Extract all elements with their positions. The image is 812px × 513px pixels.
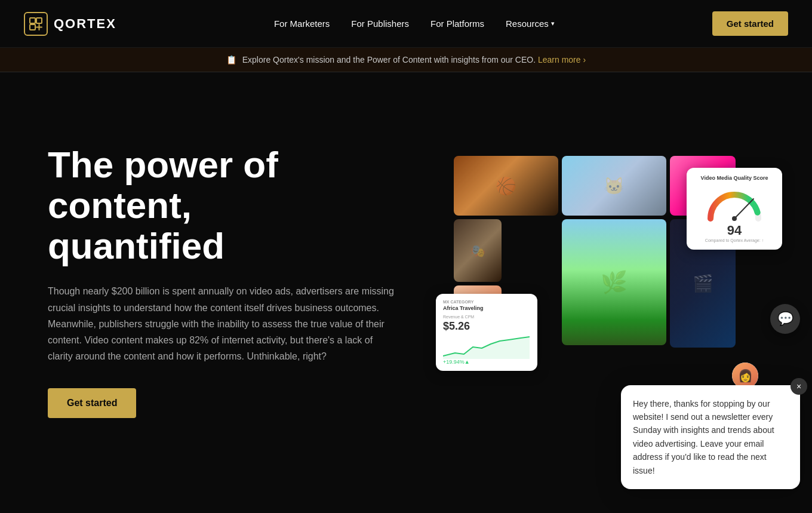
svg-marker-5 [443,337,530,359]
banner-icon: 📋 [226,55,236,64]
hero-cta-button[interactable]: Get started [48,388,136,418]
cpm-chart [443,335,530,359]
svg-rect-0 [30,18,35,23]
nav-cta-button[interactable]: Get started [712,11,788,36]
nav-for-marketers[interactable]: For Marketers [274,19,330,29]
navbar: QORTEX For Marketers For Publishers For … [0,0,812,48]
nav-for-publishers[interactable]: For Publishers [351,19,409,29]
chat-widget: × Hey there, thanks for stopping by our … [621,385,800,489]
cpm-change-value: +19.94%▲ [443,359,530,365]
cpm-widget: MX CATEGORY Africa Traveling Revenue & C… [436,294,537,371]
quality-score-sub: Compared to Qortex Average: ↑ [695,238,774,242]
svg-rect-2 [30,24,35,30]
hero-content: The power of content, quantified Though … [48,145,406,419]
chat-bubble-button[interactable]: 💬 [770,304,800,334]
nav-for-platforms[interactable]: For Platforms [430,19,484,29]
svg-point-4 [732,216,737,221]
resources-caret: ▾ [551,20,555,27]
logo-link[interactable]: QORTEX [24,12,116,36]
cpm-category-value: Africa Traveling [443,305,530,311]
chat-close-button[interactable]: × [791,378,807,395]
announcement-banner: 📋 Explore Qortex's mission and the Power… [0,48,812,72]
cpm-price-value: $5.26 [443,320,530,333]
image-cat: 🐱 [562,156,666,216]
logo-icon [24,12,48,36]
chat-bubble-icon: 💬 [777,311,793,327]
nav-resources[interactable]: Resources ▾ [506,19,555,29]
banner-link[interactable]: Learn more › [538,55,586,64]
image-medieval: 🎭 [454,219,502,282]
chat-message: Hey there, thanks for stopping by our we… [633,397,788,477]
banner-text: Explore Qortex's mission and the Power o… [242,55,536,64]
quality-widget-title: Video Media Quality Score [695,175,774,181]
hero-visual: 🏀 🐱 🎉 🎭 🌿 🎬 👤 Video Media Qualit [454,156,764,407]
hero-description: Though nearly $200 billion is spent annu… [48,283,394,364]
image-sports: 🏀 [454,156,558,216]
hero-title: The power of content, quantified [48,145,406,267]
quality-gauge [705,186,764,222]
quality-score-widget: Video Media Quality Score [687,168,782,250]
image-landscape: 🌿 [562,219,666,345]
svg-line-3 [734,199,753,219]
quality-score-value: 94 [695,223,774,238]
nav-links: For Marketers For Publishers For Platfor… [274,19,555,29]
cpm-metric-label: Revenue & CPM [443,315,530,319]
svg-rect-1 [36,18,42,23]
logo-text: QORTEX [54,16,116,32]
cpm-category-label: MX CATEGORY [443,300,530,304]
